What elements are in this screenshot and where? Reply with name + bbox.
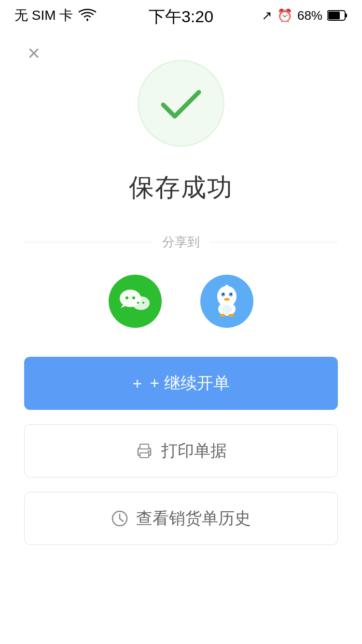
continue-icon: +	[132, 374, 142, 393]
location-icon: ↗	[262, 8, 272, 23]
status-right: ↗ ⏰ 68%	[262, 8, 348, 23]
close-button[interactable]: ×	[19, 39, 48, 68]
print-icon	[135, 442, 153, 460]
continue-label: + 继续开单	[150, 372, 229, 394]
divider-left	[24, 242, 153, 242]
main-content: 保存成功 分享到	[0, 31, 362, 545]
checkmark-icon	[159, 86, 203, 120]
carrier-text: 无 SIM 卡	[14, 6, 73, 25]
svg-point-5	[125, 296, 128, 299]
status-time: 下午3:20	[149, 6, 213, 28]
svg-point-17	[222, 305, 232, 314]
svg-point-13	[223, 293, 224, 295]
history-label: 查看销货单历史	[136, 507, 251, 530]
svg-rect-2	[328, 12, 340, 19]
svg-point-8	[142, 302, 144, 304]
svg-point-25	[148, 450, 150, 452]
wechat-icon	[119, 288, 152, 315]
svg-point-6	[132, 296, 135, 299]
svg-rect-24	[140, 453, 149, 458]
svg-point-14	[230, 293, 232, 295]
svg-point-18	[220, 314, 225, 317]
share-label: 分享到	[153, 234, 209, 251]
status-bar: 无 SIM 卡 下午3:20 ↗ ⏰ 68%	[0, 0, 362, 31]
wifi-icon	[79, 9, 96, 22]
print-label: 打印单据	[161, 440, 227, 462]
share-divider: 分享到	[0, 234, 362, 251]
success-circle	[138, 60, 224, 147]
print-button[interactable]: 打印单据	[24, 424, 338, 477]
svg-point-19	[228, 314, 234, 317]
svg-point-7	[137, 302, 139, 304]
svg-point-15	[224, 298, 230, 301]
share-icons	[0, 275, 362, 328]
success-title: 保存成功	[129, 171, 233, 205]
battery-icon	[327, 10, 348, 21]
divider-right	[209, 242, 338, 242]
wechat-share-button[interactable]	[109, 275, 162, 328]
actions: + + 继续开单 打印单据 查看销货单历史	[0, 357, 362, 545]
qq-icon	[213, 285, 241, 318]
qq-share-button[interactable]	[200, 275, 253, 328]
history-button[interactable]: 查看销货单历史	[24, 492, 338, 545]
alarm-icon: ⏰	[277, 8, 292, 23]
svg-rect-23	[140, 444, 149, 449]
close-icon: ×	[28, 42, 40, 64]
battery-text: 68%	[297, 8, 322, 23]
continue-button[interactable]: + + 继续开单	[24, 357, 338, 410]
svg-rect-1	[345, 14, 347, 17]
share-section: 分享到	[0, 234, 362, 328]
status-left: 无 SIM 卡	[14, 6, 96, 25]
history-icon	[111, 510, 128, 527]
